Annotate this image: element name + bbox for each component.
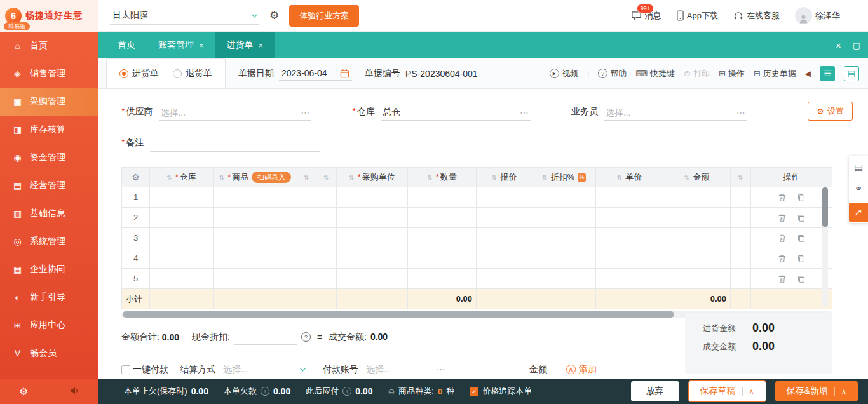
cell[interactable] [477,208,532,228]
one-click-pay-checkbox[interactable] [121,365,130,374]
sort-icon[interactable] [427,174,432,181]
sort-icon[interactable] [349,174,354,181]
tab-account-mgmt[interactable]: 账套管理 [147,32,215,58]
sidebar-item-guide[interactable]: 新手引导 [0,283,98,311]
cell[interactable] [408,208,477,228]
cell[interactable] [477,248,532,269]
sidebar-item-business[interactable]: 经营管理 [0,172,98,199]
sidebar-item-baseinfo[interactable]: 基础信息 [0,199,98,227]
cell[interactable] [731,208,751,228]
col-narrow-1[interactable] [297,168,316,187]
cell[interactable] [731,269,751,289]
cell[interactable] [150,248,214,269]
cell[interactable] [337,248,408,269]
col-price[interactable]: 单价 [596,168,663,187]
cell[interactable] [316,248,337,269]
user-menu[interactable]: 徐泽华 [795,7,840,24]
sidebar-item-inventory[interactable]: 库存核算 [0,116,98,144]
clerk-input[interactable] [604,105,735,120]
tab-close-icon[interactable] [259,41,264,50]
cell[interactable] [297,269,316,289]
supplier-input[interactable] [159,105,299,120]
announcement-speaker-icon[interactable] [69,386,79,397]
date-input[interactable] [281,68,336,78]
sort-icon[interactable] [166,174,172,181]
save-draft-button[interactable]: 保存草稿 [688,380,766,402]
form-assistant-button[interactable] [849,157,868,178]
caret-up-icon[interactable] [834,387,846,396]
calendar-icon[interactable] [340,69,349,78]
online-service-button[interactable]: 在线客服 [733,10,780,22]
cell[interactable] [150,208,214,228]
history-docs-button[interactable]: 历史单据 [754,68,796,79]
cell[interactable] [214,248,297,269]
sidebar-item-collab[interactable]: 企业协同 [0,255,98,283]
delete-row-icon[interactable] [778,193,787,202]
print-button[interactable]: 打印 [684,68,710,79]
cell[interactable] [150,269,214,289]
list-view-toggle[interactable] [820,66,835,81]
sort-icon[interactable] [542,174,547,181]
pay-amount-input[interactable] [465,361,526,377]
horizontal-scrollbar-thumb[interactable] [123,311,674,318]
col-narrow-3[interactable] [731,168,751,187]
cell[interactable] [408,228,477,248]
settle-method-select[interactable] [222,361,301,377]
cell[interactable] [150,187,214,208]
sort-icon[interactable] [617,174,622,181]
copy-row-icon[interactable] [797,254,806,263]
scroll-tabs-left-icon[interactable] [805,69,811,78]
cell[interactable] [532,228,596,248]
clerk-picker-icon[interactable] [735,107,747,118]
caret-up-icon[interactable] [742,387,754,396]
cell[interactable] [214,228,297,248]
remark-input[interactable] [150,136,320,151]
col-qty[interactable]: 数量 [408,168,477,187]
cell[interactable] [297,248,316,269]
cell[interactable] [337,269,408,289]
cell[interactable] [532,269,596,289]
cell[interactable] [316,187,337,208]
vertical-scrollbar-thumb[interactable] [822,187,828,227]
cell[interactable] [532,187,596,208]
help-link[interactable]: ?帮助 [598,68,627,79]
discount-help-icon[interactable]: ? [301,332,311,342]
cell[interactable] [316,228,337,248]
messages-button[interactable]: 99+ 消息 [631,10,661,22]
account-book-select[interactable]: 日太阳膜 [110,6,259,25]
scan-entry-button[interactable]: 扫码录入 [252,172,291,183]
operations-button[interactable]: 操作 [719,68,745,79]
col-warehouse[interactable]: 仓库 [150,168,214,187]
sort-icon[interactable] [304,174,309,181]
radio-purchase-order[interactable]: 进货单 [119,68,159,79]
tab-purchase-order[interactable]: 进货单 [215,32,275,58]
cell[interactable] [663,208,731,228]
tab-home[interactable]: 首页 [106,32,147,58]
warehouse-input[interactable] [381,105,518,120]
cell[interactable] [532,248,596,269]
warehouse-picker-icon[interactable] [518,107,531,118]
fullscreen-icon[interactable] [853,41,860,50]
sort-icon[interactable] [219,174,224,181]
cell[interactable] [596,248,663,269]
cell[interactable] [214,269,297,289]
pay-account-input[interactable] [365,361,435,377]
sidebar-item-appcenter[interactable]: 应用中心 [0,311,98,339]
cell[interactable] [663,248,731,269]
price-track-checkbox[interactable] [470,387,478,396]
col-quote[interactable]: 报价 [477,168,532,187]
cell[interactable] [596,228,663,248]
col-amount[interactable]: 金额 [663,168,731,187]
sort-icon[interactable] [492,174,497,181]
cell[interactable] [477,269,532,289]
delete-row-icon[interactable] [778,274,787,283]
cell[interactable] [663,187,731,208]
sidebar-item-system[interactable]: 系统管理 [0,227,98,255]
copy-row-icon[interactable] [797,193,806,202]
industry-trial-button[interactable]: 体验行业方案 [289,5,359,27]
vertical-scrollbar[interactable] [822,187,828,307]
sidebar-item-funds[interactable]: 资金管理 [0,144,98,172]
save-and-new-button[interactable]: 保存&新增 [775,381,858,401]
info-icon[interactable]: i [342,387,351,396]
sort-icon[interactable] [323,174,329,181]
